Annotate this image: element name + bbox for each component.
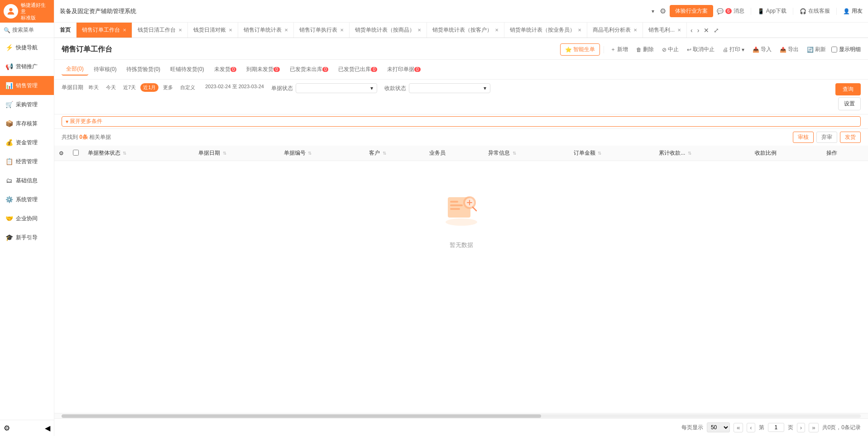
- date-btn-yesterday[interactable]: 昨天: [86, 83, 101, 92]
- print-button[interactable]: 🖨 打印 ▾: [720, 44, 747, 55]
- page-input[interactable]: [768, 423, 784, 432]
- show-detail-label[interactable]: 显示明细: [831, 46, 861, 53]
- sidebar-item-quick-nav[interactable]: ⚡ 快捷导航: [0, 38, 54, 57]
- th-settings[interactable]: ⚙: [54, 146, 68, 161]
- import-button[interactable]: 📥 导入: [750, 44, 774, 55]
- th-collected[interactable]: 累计收款... ⇅: [654, 146, 750, 161]
- sidebar-item-marketing[interactable]: 📢 营销推广: [0, 57, 54, 76]
- subtab-not-shipped[interactable]: 未发货0: [210, 64, 241, 75]
- sidebar-item-guide[interactable]: 🎓 新手引导: [0, 228, 54, 247]
- sidebar-item-enterprise[interactable]: 🤝 企业协同: [0, 209, 54, 228]
- th-abnormal[interactable]: 异常信息 ⇅: [484, 146, 569, 161]
- app-download-item[interactable]: 📱 App下载: [758, 7, 786, 15]
- sidebar-item-purchase[interactable]: 🛒 采购管理: [0, 95, 54, 114]
- date-btn-more[interactable]: 更多: [160, 83, 176, 92]
- subtab-all[interactable]: 全部(0): [62, 63, 88, 76]
- tab-sales-customer-stat[interactable]: 销货单统计表（按客户） ✕: [427, 23, 504, 38]
- query-button[interactable]: 查询: [835, 83, 861, 95]
- sidebar-item-inventory[interactable]: 📦 库存核算: [0, 114, 54, 133]
- tab-nav-right[interactable]: ›: [695, 25, 701, 36]
- expand-conditions-button[interactable]: ▾ 展开更多条件: [62, 116, 861, 127]
- th-checkbox[interactable]: [68, 146, 83, 161]
- tab-close-sales-stat[interactable]: ✕: [284, 28, 288, 33]
- tab-sales-more[interactable]: 销售毛利... ✕: [643, 23, 687, 38]
- audit-button[interactable]: 审核: [793, 132, 814, 143]
- tab-close-sales-exec[interactable]: ✕: [340, 28, 344, 33]
- new-button[interactable]: ＋ 新增: [608, 44, 631, 55]
- last-page-button[interactable]: »: [809, 423, 818, 432]
- th-status[interactable]: 单据整体状态 ⇅: [83, 146, 194, 161]
- stop-icon: ⊘: [662, 47, 667, 53]
- refresh-icon: 🔄: [807, 47, 814, 53]
- topbar-dropdown-icon[interactable]: ▾: [652, 8, 654, 14]
- subtab-shipped-out[interactable]: 已发货已出库0: [334, 64, 382, 75]
- scrollbar-thumb[interactable]: [62, 414, 541, 418]
- tab-gross-profit[interactable]: 商品毛利分析表 ✕: [587, 23, 643, 38]
- sidebar-item-sales[interactable]: 📊 销售管理: [0, 76, 54, 95]
- subtab-pending-review[interactable]: 待审核(0): [89, 64, 121, 75]
- tab-nav-close-all[interactable]: ✕: [702, 25, 711, 36]
- tab-home[interactable]: 首页: [54, 23, 77, 38]
- tab-close-customer-stat[interactable]: ✕: [495, 28, 499, 33]
- tab-sales-product-stat[interactable]: 销货单统计表（按商品） ✕: [350, 23, 427, 38]
- th-customer[interactable]: 客户 ⇅: [364, 146, 425, 161]
- cancel-audit-button[interactable]: 弃审: [816, 132, 837, 143]
- tab-cash-daily[interactable]: 钱货日清工作台 ✕: [132, 23, 188, 38]
- ship-button[interactable]: 发货: [840, 132, 861, 143]
- tab-sales-stat[interactable]: 销售订单统计表 ✕: [238, 23, 294, 38]
- sidebar-item-system[interactable]: ⚙️ 系统管理: [0, 190, 54, 209]
- th-staff[interactable]: 业务员: [425, 146, 484, 161]
- tab-close-gross-profit[interactable]: ✕: [633, 28, 637, 33]
- payment-select[interactable]: ▾: [409, 83, 490, 93]
- tab-cash-reconcile[interactable]: 钱货日清对账 ✕: [188, 23, 238, 38]
- tab-nav-expand[interactable]: ⤢: [712, 25, 721, 36]
- stop-button[interactable]: ⊘ 中止: [659, 44, 681, 55]
- date-btn-custom[interactable]: 自定义: [177, 83, 198, 92]
- subtab-shipped-not-out[interactable]: 已发货未出库0: [285, 64, 333, 75]
- set-button[interactable]: 设置: [838, 97, 861, 110]
- user-menu[interactable]: 👤 用友: [843, 7, 863, 15]
- settings-icon[interactable]: ⚙: [4, 424, 10, 432]
- tab-sales-staff-stat[interactable]: 销货单统计表（按业务员） ✕: [504, 23, 587, 38]
- subtab-pending-inspect[interactable]: 待拣货验货(0): [122, 64, 165, 75]
- industry-solution-button[interactable]: 体验行业方案: [670, 5, 713, 17]
- date-btn-1month[interactable]: 近1月: [140, 83, 158, 92]
- export-button[interactable]: 📤 导出: [777, 44, 801, 55]
- smart-order-button[interactable]: ⭐ 智能生单: [560, 43, 600, 56]
- th-date[interactable]: 单据日期 ⇅: [194, 146, 279, 161]
- show-detail-checkbox[interactable]: [831, 47, 837, 52]
- tab-close-sales-order[interactable]: ✕: [123, 28, 126, 33]
- first-page-button[interactable]: «: [734, 423, 743, 432]
- message-icon-item[interactable]: 💬 6 消息: [717, 7, 744, 15]
- date-btn-today[interactable]: 今天: [103, 83, 119, 92]
- subtab-wangpu-pending[interactable]: 旺铺待发货(0): [166, 64, 209, 75]
- online-service-item[interactable]: 🎧 在线客服: [800, 7, 830, 15]
- sidebar-item-basic[interactable]: 🗂 基础信息: [0, 171, 54, 190]
- tab-close-cash-reconcile[interactable]: ✕: [229, 28, 232, 33]
- tab-sales-exec[interactable]: 销售订单执行表 ✕: [294, 23, 350, 38]
- page-size-select[interactable]: 50 100 200: [707, 422, 730, 432]
- tab-close-sales-more[interactable]: ✕: [677, 28, 681, 33]
- collapse-icon[interactable]: ◀: [45, 424, 50, 432]
- subtab-expired-not-shipped[interactable]: 到期未发货0: [242, 64, 284, 75]
- prev-page-button[interactable]: ‹: [747, 423, 755, 432]
- status-select[interactable]: ▾: [296, 83, 377, 93]
- sidebar-search[interactable]: 🔍 搜索菜单: [0, 23, 54, 38]
- tab-close-product-stat[interactable]: ✕: [417, 28, 421, 33]
- tab-nav-left[interactable]: ‹: [689, 25, 695, 36]
- date-btn-7days[interactable]: 近7天: [120, 83, 139, 92]
- sidebar-item-finance[interactable]: 💰 资金管理: [0, 133, 54, 152]
- delete-button[interactable]: 🗑 删除: [633, 44, 657, 55]
- tab-close-staff-stat[interactable]: ✕: [578, 28, 581, 33]
- next-page-button[interactable]: ›: [797, 423, 805, 432]
- select-all-checkbox[interactable]: [73, 150, 79, 156]
- topbar-settings-icon[interactable]: ⚙: [660, 7, 666, 15]
- refresh-button[interactable]: 🔄 刷新: [804, 44, 829, 55]
- tab-close-cash-daily[interactable]: ✕: [178, 28, 182, 33]
- th-amount[interactable]: 订单金额 ⇅: [569, 146, 655, 161]
- sidebar-item-operations[interactable]: 📋 经营管理: [0, 152, 54, 171]
- cancel-stop-button[interactable]: ↩ 取消中止: [684, 44, 717, 55]
- th-number[interactable]: 单据编号 ⇅: [279, 146, 365, 161]
- tab-sales-order-workbench[interactable]: 销售订单工作台 ✕: [77, 23, 132, 38]
- subtab-not-printed[interactable]: 未打印单据0: [383, 64, 425, 75]
